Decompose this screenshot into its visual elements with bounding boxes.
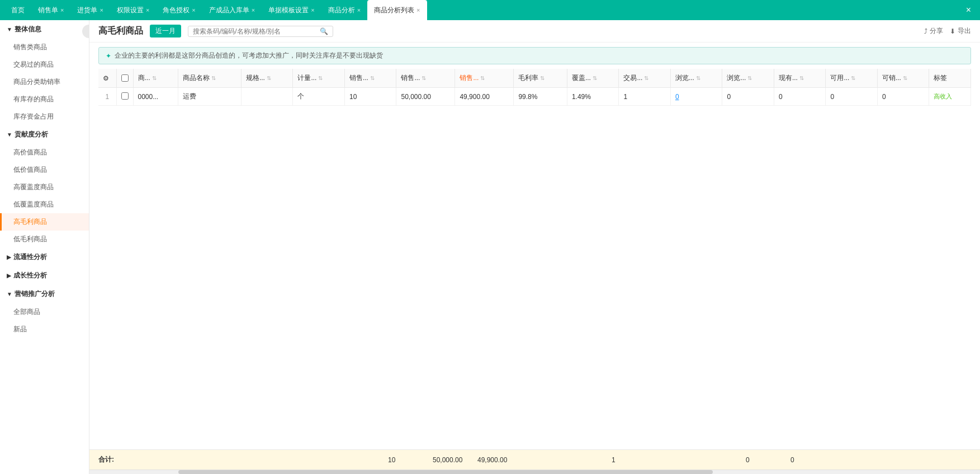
filter-recent-month-button[interactable]: 近一月 bbox=[150, 25, 181, 37]
footer-sales-qty: 10 bbox=[384, 456, 428, 464]
cell-browse1[interactable]: 0 bbox=[670, 88, 722, 106]
close-icon[interactable]: × bbox=[100, 7, 103, 13]
close-icon[interactable]: × bbox=[357, 7, 361, 13]
sidebar-group-growth[interactable]: ▶ 成长性分析 bbox=[0, 266, 89, 285]
content-area: 高毛利商品 近一月 🔍 ⤴ 分享 ⬇ 导出 ✦ 企业的主要的利润都是这部分商品创… bbox=[89, 20, 980, 474]
cell-sales-amt: 50,000.00 bbox=[396, 88, 455, 106]
col-coverage[interactable]: 覆盖...⇅ bbox=[567, 69, 619, 88]
col-sales-amt[interactable]: 销售...⇅ bbox=[396, 69, 455, 88]
col-sales-profit[interactable]: 销售...⇅ bbox=[455, 69, 514, 88]
sidebar-group-liquidity[interactable]: ▶ 流通性分析 bbox=[0, 248, 89, 266]
nav-purchase[interactable]: 进货单 × bbox=[70, 0, 110, 20]
sidebar-item-all-goods[interactable]: 全部商品 bbox=[0, 303, 89, 321]
info-banner: ✦ 企业的主要的利润都是这部分商品创造的，可考虑加大推广，同时关注库存是不要出现… bbox=[98, 47, 971, 64]
nav-analysis[interactable]: 商品分析 × bbox=[321, 0, 367, 20]
sidebar-item-low-coverage[interactable]: 低覆盖度商品 bbox=[0, 196, 89, 213]
cell-current-stock: 0 bbox=[774, 88, 826, 106]
footer-sellable bbox=[831, 456, 875, 464]
table-body: 1 0000... 运费 个 10 50,000.00 49,900.00 99… bbox=[98, 88, 971, 106]
sidebar-group-overall[interactable]: ▼ 整体信息 bbox=[0, 20, 89, 39]
close-icon[interactable]: × bbox=[416, 7, 420, 13]
cell-trade-count: 1 bbox=[619, 88, 671, 106]
select-all-checkbox[interactable] bbox=[121, 74, 129, 82]
export-button[interactable]: ⬇ 导出 bbox=[950, 26, 971, 36]
cell-sales-qty: 10 bbox=[344, 88, 396, 106]
cell-tag: 高收入 bbox=[929, 88, 971, 106]
sidebar-group-marketing[interactable]: ▼ 营销推广分析 bbox=[0, 285, 89, 303]
sort-icon: ⇅ bbox=[696, 75, 700, 81]
footer-browse2 bbox=[697, 456, 741, 464]
sidebar-item-new-goods[interactable]: 新品 bbox=[0, 321, 89, 338]
sidebar-item-in-stock[interactable]: 有库存的商品 bbox=[0, 91, 89, 108]
export-icon: ⬇ bbox=[950, 27, 955, 35]
table-row: 1 0000... 运费 个 10 50,000.00 49,900.00 99… bbox=[98, 88, 971, 106]
col-name[interactable]: 商品名称⇅ bbox=[178, 69, 241, 88]
row-checkbox[interactable] bbox=[121, 92, 129, 100]
bottom-scrollbar[interactable] bbox=[89, 470, 980, 474]
close-icon[interactable]: × bbox=[252, 7, 255, 13]
sidebar-item-low-margin[interactable]: 低毛利商品 bbox=[0, 231, 89, 248]
cell-unit: 个 bbox=[293, 88, 345, 106]
sort-icon: ⇅ bbox=[903, 75, 907, 81]
sort-icon: ⇅ bbox=[370, 75, 375, 81]
col-code[interactable]: 商...⇅ bbox=[133, 69, 178, 88]
sort-icon: ⇅ bbox=[799, 75, 804, 81]
cell-checkbox[interactable] bbox=[116, 88, 133, 106]
close-icon[interactable]: × bbox=[192, 7, 195, 13]
sidebar-group-contribution[interactable]: ▼ 贡献度分析 bbox=[0, 125, 89, 144]
sidebar-item-traded-goods[interactable]: 交易过的商品 bbox=[0, 56, 89, 73]
col-available[interactable]: 可用...⇅ bbox=[826, 69, 878, 88]
col-current-stock[interactable]: 现有...⇅ bbox=[774, 69, 826, 88]
col-settings[interactable]: ⚙ bbox=[98, 69, 116, 88]
search-icon[interactable]: 🔍 bbox=[320, 27, 328, 35]
nav-product-in[interactable]: 产成品入库单 × bbox=[202, 0, 262, 20]
col-spec[interactable]: 规格...⇅ bbox=[241, 69, 293, 88]
sort-icon: ⇅ bbox=[540, 75, 545, 81]
col-checkbox[interactable] bbox=[116, 69, 133, 88]
sidebar-item-sales-goods[interactable]: 销售类商品 bbox=[0, 39, 89, 56]
cell-sales-profit: 49,900.00 bbox=[455, 88, 514, 106]
cell-coverage: 1.49% bbox=[567, 88, 619, 106]
arrow-icon: ▼ bbox=[7, 26, 12, 32]
search-input[interactable] bbox=[193, 27, 318, 35]
nav-analysis-list[interactable]: 商品分析列表 × bbox=[367, 0, 427, 20]
col-browse2[interactable]: 浏览...⇅ bbox=[722, 69, 774, 88]
col-unit[interactable]: 计量...⇅ bbox=[293, 69, 345, 88]
footer-cells: 10 50,000.00 49,900.00 1 0 0 bbox=[132, 456, 971, 464]
nav-permission[interactable]: 权限设置 × bbox=[110, 0, 156, 20]
footer-sales-amt: 50,000.00 bbox=[428, 456, 473, 464]
footer-available: 0 bbox=[786, 456, 831, 464]
sidebar-item-stock-capital[interactable]: 库存资金占用 bbox=[0, 108, 89, 125]
arrow-icon: ▶ bbox=[7, 273, 11, 279]
sort-icon: ⇅ bbox=[747, 75, 752, 81]
cell-available: 0 bbox=[826, 88, 878, 106]
nav-role[interactable]: 角色授权 × bbox=[156, 0, 202, 20]
arrow-icon: ▼ bbox=[7, 291, 12, 297]
col-sellable[interactable]: 可销...⇅ bbox=[877, 69, 929, 88]
sidebar-item-category-rate[interactable]: 商品分类助销率 bbox=[0, 73, 89, 91]
sidebar-item-high-coverage[interactable]: 高覆盖度商品 bbox=[0, 179, 89, 196]
col-browse1[interactable]: 浏览...⇅ bbox=[670, 69, 722, 88]
close-icon[interactable]: × bbox=[60, 7, 64, 13]
sidebar-item-high-margin[interactable]: 高毛利商品 bbox=[0, 213, 89, 231]
table-header-row: ⚙ 商...⇅ 商品名称⇅ 规格...⇅ bbox=[98, 69, 971, 88]
close-icon[interactable]: × bbox=[311, 7, 314, 13]
nav-template[interactable]: 单据模板设置 × bbox=[262, 0, 321, 20]
share-button[interactable]: ⤴ 分享 bbox=[924, 26, 943, 36]
sidebar-item-low-value[interactable]: 低价值商品 bbox=[0, 161, 89, 179]
header-actions: ⤴ 分享 ⬇ 导出 bbox=[924, 26, 971, 36]
sort-icon: ⇅ bbox=[422, 75, 426, 81]
col-gross-margin[interactable]: 毛利率⇅ bbox=[514, 69, 567, 88]
scrollbar-thumb[interactable] bbox=[178, 470, 713, 474]
nav-home[interactable]: 首页 bbox=[4, 0, 31, 20]
col-trade-count[interactable]: 交易...⇅ bbox=[619, 69, 671, 88]
nav-sales[interactable]: 销售单 × bbox=[31, 0, 70, 20]
browse1-link[interactable]: 0 bbox=[675, 93, 679, 101]
col-sales-qty[interactable]: 销售...⇅ bbox=[344, 69, 396, 88]
close-all-button[interactable]: × bbox=[962, 5, 976, 15]
sort-icon: ⇅ bbox=[851, 75, 855, 81]
close-icon[interactable]: × bbox=[146, 7, 149, 13]
footer-gross-margin bbox=[518, 456, 562, 464]
tag-badge: 高收入 bbox=[934, 93, 952, 100]
sidebar-item-high-value[interactable]: 高价值商品 bbox=[0, 144, 89, 161]
